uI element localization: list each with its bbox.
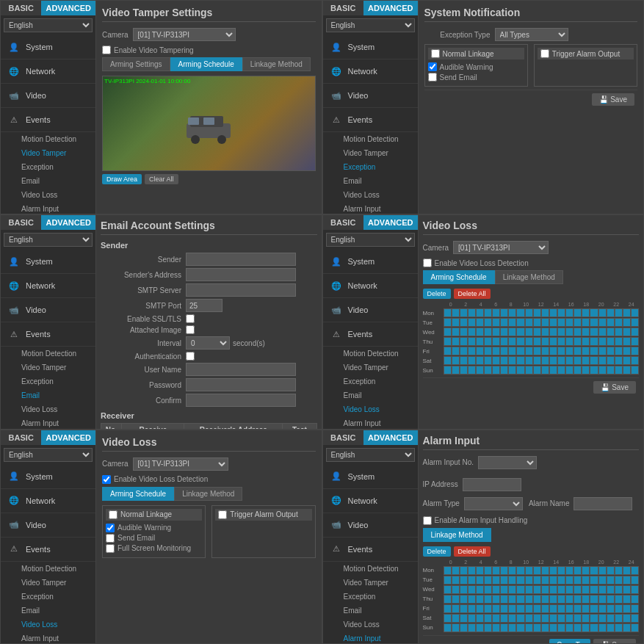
sub-videotamper-6[interactable]: Video Tamper	[323, 576, 418, 590]
schedule-cell[interactable]	[500, 318, 508, 327]
schedule-cell[interactable]	[460, 614, 468, 623]
schedule-cell[interactable]	[476, 356, 484, 365]
schedule-cell[interactable]	[590, 595, 598, 604]
sidebar-item-video-5[interactable]: 📹 Video	[1, 513, 95, 538]
sub-email-4[interactable]: Email	[323, 388, 418, 402]
schedule-cell[interactable]	[541, 595, 549, 604]
schedule-cell[interactable]	[533, 308, 541, 317]
tab-schedule-5[interactable]: Arming Schedule	[102, 487, 174, 501]
draw-area-btn[interactable]: Draw Area	[102, 174, 142, 184]
schedule-cell[interactable]	[468, 337, 476, 346]
schedule-cell[interactable]	[516, 318, 524, 327]
schedule-cell[interactable]	[565, 318, 574, 327]
lang-select-2[interactable]: English	[326, 18, 415, 32]
sub-email-1[interactable]: Email	[1, 174, 95, 188]
schedule-cell[interactable]	[444, 585, 452, 594]
schedule-cell[interactable]	[484, 308, 492, 317]
schedule-cell[interactable]	[508, 576, 516, 585]
schedule-cell[interactable]	[533, 614, 541, 623]
schedule-cell[interactable]	[557, 328, 565, 336]
schedule-cell[interactable]	[533, 337, 541, 346]
camera-select-4[interactable]: [01] TV-IP313PI	[453, 241, 549, 254]
schedule-cell[interactable]	[623, 566, 631, 575]
enable-checkbox-5[interactable]	[102, 475, 111, 484]
sub-exception-6[interactable]: Exception	[323, 590, 418, 604]
ip-address-input[interactable]	[463, 478, 521, 491]
schedule-cell[interactable]	[557, 308, 565, 317]
sub-alarminput-6[interactable]: Alarm Input	[323, 632, 418, 644]
schedule-cell[interactable]	[500, 585, 508, 594]
sub-alarminput-3[interactable]: Alarm Input	[1, 416, 95, 429]
schedule-cell[interactable]	[444, 337, 452, 346]
audible-check-5[interactable]	[106, 524, 115, 532]
schedule-cell[interactable]	[598, 614, 607, 623]
schedule-cell[interactable]	[590, 308, 598, 317]
schedule-cell[interactable]	[631, 328, 639, 336]
schedule-cell[interactable]	[476, 318, 484, 327]
schedule-cell[interactable]	[460, 566, 468, 575]
schedule-cell[interactable]	[565, 328, 574, 336]
schedule-cell[interactable]	[492, 328, 500, 336]
schedule-cell[interactable]	[607, 576, 615, 585]
schedule-cell[interactable]	[468, 604, 476, 613]
delete-all-btn-6[interactable]: Delete All	[454, 546, 491, 557]
schedule-cell[interactable]	[452, 308, 460, 317]
schedule-cell[interactable]	[452, 604, 460, 613]
normal-linkage-check[interactable]	[431, 49, 440, 58]
schedule-cell[interactable]	[516, 328, 524, 336]
schedule-cell[interactable]	[631, 366, 639, 375]
tab-linkage-method-1[interactable]: Linkage Method	[242, 57, 311, 71]
schedule-cell[interactable]	[476, 308, 484, 317]
schedule-cell[interactable]	[525, 614, 533, 623]
sidebar-item-events-6[interactable]: ⚠ Events	[323, 538, 418, 562]
tab-schedule-4[interactable]: Arming Schedule	[423, 270, 495, 284]
enable-alarm-checkbox[interactable]	[423, 516, 432, 525]
sub-email-3[interactable]: Email	[1, 388, 95, 402]
schedule-cell[interactable]	[533, 604, 541, 613]
sub-videotamper-2[interactable]: Video Tamper	[323, 146, 418, 160]
tab-advanced-1[interactable]: ADVANCED	[41, 1, 95, 15]
save-btn-4[interactable]: 💾 Save	[593, 381, 636, 394]
sub-email-5[interactable]: Email	[1, 604, 95, 618]
schedule-cell[interactable]	[476, 595, 484, 604]
schedule-cell[interactable]	[444, 614, 452, 623]
schedule-cell[interactable]	[525, 623, 533, 632]
tab-linkage-4[interactable]: Linkage Method	[495, 270, 563, 284]
sidebar-item-network-5[interactable]: 🌐 Network	[1, 489, 95, 513]
sub-email-6[interactable]: Email	[323, 604, 418, 618]
schedule-cell[interactable]	[565, 585, 574, 594]
schedule-cell[interactable]	[460, 366, 468, 375]
schedule-cell[interactable]	[549, 623, 557, 632]
schedule-cell[interactable]	[598, 576, 607, 585]
schedule-cell[interactable]	[460, 585, 468, 594]
schedule-cell[interactable]	[631, 595, 639, 604]
schedule-cell[interactable]	[623, 328, 631, 336]
schedule-cell[interactable]	[452, 318, 460, 327]
sidebar-item-events-3[interactable]: ⚠ Events	[1, 322, 95, 347]
trigger-alarm-check-5[interactable]	[218, 510, 227, 519]
schedule-cell[interactable]	[500, 337, 508, 346]
schedule-cell[interactable]	[565, 623, 574, 632]
schedule-cell[interactable]	[484, 328, 492, 336]
alarm-no-select[interactable]	[478, 456, 537, 469]
save-btn-6[interactable]: 💾 Save	[593, 639, 636, 643]
password-input[interactable]	[186, 378, 296, 391]
sidebar-item-network-1[interactable]: 🌐 Network	[1, 59, 95, 84]
sidebar-item-network-2[interactable]: 🌐 Network	[323, 59, 418, 84]
schedule-cell[interactable]	[549, 566, 557, 575]
sub-exception-2[interactable]: Exception	[323, 160, 418, 174]
schedule-cell[interactable]	[460, 337, 468, 346]
normal-linkage-check-5[interactable]	[109, 510, 117, 519]
schedule-cell[interactable]	[574, 576, 582, 585]
schedule-cell[interactable]	[631, 604, 639, 613]
schedule-cell[interactable]	[508, 366, 516, 375]
alarm-name-input[interactable]	[574, 497, 632, 510]
sub-exception-1[interactable]: Exception	[1, 160, 95, 174]
schedule-cell[interactable]	[452, 614, 460, 623]
sidebar-item-system-6[interactable]: 👤 System	[323, 465, 418, 489]
schedule-cell[interactable]	[500, 595, 508, 604]
schedule-cell[interactable]	[574, 366, 582, 375]
schedule-cell[interactable]	[468, 585, 476, 594]
schedule-cell[interactable]	[492, 318, 500, 327]
schedule-cell[interactable]	[508, 623, 516, 632]
